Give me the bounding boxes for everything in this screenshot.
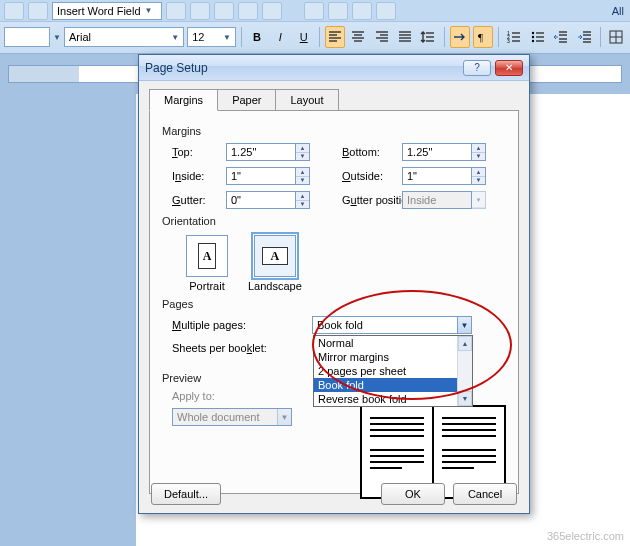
gutter-spinner[interactable]: ▲▼ (296, 191, 310, 209)
ribbon-icon[interactable] (190, 2, 210, 20)
close-button[interactable]: ✕ (495, 60, 523, 76)
apply-to-value: Whole document (177, 411, 260, 423)
outside-input[interactable]: 1" (402, 167, 472, 185)
option-reverse-book-fold[interactable]: Reverse book fold (314, 392, 472, 406)
orientation-landscape[interactable]: A Landscape (248, 235, 302, 292)
numbered-list-button[interactable]: 123 (504, 26, 524, 48)
landscape-label: Landscape (248, 280, 302, 292)
decrease-indent-button[interactable] (551, 26, 571, 48)
watermark: 365electric.com (547, 530, 624, 542)
ribbon-icon[interactable] (28, 2, 48, 20)
ribbon-row-2: ▼ Arial ▼ 12 ▼ B I U (0, 24, 630, 50)
underline-button[interactable]: U (294, 26, 314, 48)
ribbon-icon[interactable] (238, 2, 258, 20)
chevron-down-icon: ▼ (457, 317, 471, 333)
borders-button[interactable] (606, 26, 626, 48)
ribbon-icon[interactable] (328, 2, 348, 20)
top-spinner[interactable]: ▲▼ (296, 143, 310, 161)
gutter-input[interactable]: 0" (226, 191, 296, 209)
svg-point-30 (532, 36, 534, 38)
ribbon-row-1: Insert Word Field ▼ All (0, 0, 630, 22)
option-book-fold[interactable]: Book fold (314, 378, 472, 392)
separator (241, 27, 242, 47)
font-size-value: 12 (192, 31, 204, 43)
chevron-down-icon: ▼ (277, 409, 291, 425)
inside-input[interactable]: 1" (226, 167, 296, 185)
sheets-per-booklet-label: Sheets per booklet: (172, 342, 312, 354)
option-two-pages[interactable]: 2 pages per sheet (314, 364, 472, 378)
tab-paper[interactable]: Paper (217, 89, 276, 111)
dialog-title: Page Setup (145, 61, 208, 75)
option-mirror-margins[interactable]: Mirror margins (314, 350, 472, 364)
scroll-down-icon: ▼ (458, 391, 472, 406)
gutter-position-select: Inside (402, 191, 472, 209)
italic-button[interactable]: I (270, 26, 290, 48)
help-button[interactable]: ? (463, 60, 491, 76)
svg-point-29 (532, 32, 534, 34)
insert-word-field-label: Insert Word Field (57, 5, 141, 17)
outside-label: Outside: (342, 170, 402, 182)
apply-to-label: Apply to: (172, 390, 215, 402)
style-picker[interactable] (4, 27, 50, 47)
chevron-down-icon: ▼ (145, 6, 153, 15)
svg-text:3: 3 (507, 38, 510, 44)
line-spacing-button[interactable] (418, 26, 438, 48)
ribbon-icon[interactable] (376, 2, 396, 20)
pages-section-label: Pages (162, 298, 506, 310)
apply-to-combo: Whole document ▼ (172, 408, 292, 426)
font-size-picker[interactable]: 12 ▼ (187, 27, 236, 47)
orientation-portrait[interactable]: A Portrait (186, 235, 228, 292)
font-name-value: Arial (69, 31, 91, 43)
multiple-pages-combo[interactable]: Book fold ▼ Normal Mirror margins 2 page… (312, 316, 472, 334)
bottom-label: Bottom: (342, 146, 402, 158)
option-normal[interactable]: Normal (314, 336, 472, 350)
align-left-button[interactable] (325, 26, 345, 48)
chevron-down-icon: ▼ (53, 33, 61, 42)
insert-word-field-dropdown[interactable]: Insert Word Field ▼ (52, 2, 162, 20)
multiple-pages-dropdown: Normal Mirror margins 2 pages per sheet … (313, 335, 473, 407)
chevron-down-icon: ▼ (171, 33, 179, 42)
outside-spinner[interactable]: ▲▼ (472, 167, 486, 185)
cancel-button[interactable]: Cancel (453, 483, 517, 505)
tab-margins[interactable]: Margins (149, 89, 218, 111)
ribbon-icon[interactable] (262, 2, 282, 20)
gutter-position-caret: ▼ (472, 191, 486, 209)
bottom-input[interactable]: 1.25" (402, 143, 472, 161)
align-right-button[interactable] (372, 26, 392, 48)
bullet-list-button[interactable] (528, 26, 548, 48)
ltr-button[interactable] (450, 26, 470, 48)
dialog-titlebar[interactable]: Page Setup ? ✕ (139, 55, 529, 81)
ribbon-icon[interactable] (4, 2, 24, 20)
ok-button[interactable]: OK (381, 483, 445, 505)
align-justify-button[interactable] (395, 26, 415, 48)
top-input[interactable]: 1.25" (226, 143, 296, 161)
dialog-button-row: Default... OK Cancel (151, 483, 517, 505)
chevron-down-icon: ▼ (223, 33, 231, 42)
ribbon-icon[interactable] (214, 2, 234, 20)
ribbon-icon[interactable] (304, 2, 324, 20)
dropdown-scrollbar[interactable]: ▲ ▼ (457, 336, 472, 406)
tab-body: Margins Top: 1.25" ▲▼ Bottom: 1.25" ▲▼ I… (149, 110, 519, 494)
align-center-button[interactable] (348, 26, 368, 48)
bold-button[interactable]: B (247, 26, 267, 48)
ribbon-icon[interactable] (166, 2, 186, 20)
portrait-label: Portrait (189, 280, 224, 292)
ribbon-icon[interactable] (352, 2, 372, 20)
tab-layout[interactable]: Layout (275, 89, 338, 111)
multiple-pages-label: Multiple pages: (172, 319, 312, 331)
inside-label: Inside: (172, 170, 226, 182)
increase-indent-button[interactable] (574, 26, 594, 48)
separator (444, 27, 445, 47)
margins-section-label: Margins (162, 125, 506, 137)
rtl-button[interactable]: ¶ (473, 26, 493, 48)
font-name-picker[interactable]: Arial ▼ (64, 27, 184, 47)
separator (600, 27, 601, 47)
separator (319, 27, 320, 47)
gutter-position-label: Gutter position: (342, 194, 402, 206)
scroll-up-icon: ▲ (458, 336, 472, 351)
tab-strip: Margins Paper Layout (139, 81, 529, 111)
bottom-spinner[interactable]: ▲▼ (472, 143, 486, 161)
default-button[interactable]: Default... (151, 483, 221, 505)
inside-spinner[interactable]: ▲▼ (296, 167, 310, 185)
all-label: All (612, 5, 626, 17)
